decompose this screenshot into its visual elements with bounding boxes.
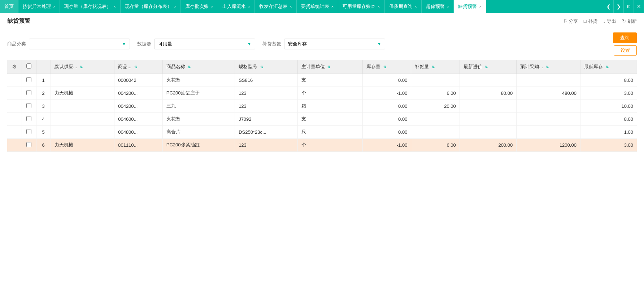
td-min-stock-5: 3.00 [580,138,637,151]
sort-replenish-icon: ⇅ [432,65,435,69]
replenish-base-value: 安全库存 [288,41,307,47]
th-code[interactable]: 商品... ⇅ [114,60,163,74]
th-stock[interactable]: 库存量 ⇅ [363,60,411,74]
th-min-stock[interactable]: 最低库存 ⇅ [580,60,637,74]
td-supplier-3 [51,112,114,125]
settings-button[interactable]: 设置 [614,45,637,56]
td-latest-price-2 [460,100,516,112]
select-all-checkbox[interactable] [26,63,31,69]
page-header: 缺货预警 ⎘ 分享 □ 补货 ↓ 导出 ↻ 刷新 [0,13,644,28]
td-check-2[interactable] [22,100,36,112]
td-check-5[interactable] [22,138,36,151]
nav-tab-exception[interactable]: 拣货异常处理 × [18,0,60,13]
table-row: 5 004800... 离合片 DS250*23c... 只 0.00 1.00 [7,125,637,138]
close-tab-inventory-status[interactable]: × [113,4,116,9]
refresh-button[interactable]: ↻ 刷新 [622,18,637,25]
td-seq-3: 4 [36,112,51,125]
th-spec[interactable]: 规格型号 ⇅ [235,60,297,74]
row-checkbox-3[interactable] [26,116,31,121]
nav-tab-overstock[interactable]: 超储预警 × [422,0,454,13]
datasource-label: 数据源 [137,41,151,47]
close-tab-available-ledger[interactable]: × [378,4,380,9]
category-filter-group: 商品分类 ▼ [7,39,130,49]
nav-tab-inout-flow[interactable]: 出入库流水 × [218,0,255,13]
close-tab-exception[interactable]: × [53,4,55,9]
nav-restore[interactable]: ⊡ [624,0,634,13]
export-button[interactable]: ↓ 导出 [603,18,617,25]
td-name-5: PC200张紧油缸 [162,138,235,151]
td-spec-0: SS816 [235,74,297,87]
category-label: 商品分类 [7,41,26,47]
nav-tab-inventory-dist[interactable]: 现存量（库存分布表） × [121,0,181,13]
nav-tab-expiry-query[interactable]: 保质期查询 × [385,0,422,13]
td-stock-2: 0.00 [363,100,411,112]
th-unit[interactable]: 主计量单位 ⇅ [297,60,363,74]
datasource-select[interactable]: 可用量 ▼ [154,39,255,49]
replenish-button[interactable]: □ 补货 [584,18,597,25]
query-button[interactable]: 查询 [613,32,637,43]
td-unit-3: 支 [297,112,363,125]
table-row: 4 004600... 火花塞 J7092 支 0.00 8.00 [7,112,637,125]
td-supplier-5: 力天机械 [51,138,114,151]
td-name-2: 三九 [162,100,235,112]
td-estimated-0 [517,74,580,87]
nav-tab-home[interactable]: 首页 [0,0,18,13]
nav-tab-inventory-status[interactable]: 现存量（库存状况表） × [60,0,120,13]
share-icon: ⎘ [564,18,567,24]
close-tab-inventory-dist[interactable]: × [174,4,176,9]
close-tab-inout-flow[interactable]: × [248,4,250,9]
row-checkbox-1[interactable] [26,90,31,95]
nav-tab-batch-account[interactable]: 库存批次账 × [181,0,218,13]
replenish-base-filter-group: 补货基数 安全库存 ▼ [262,39,385,49]
th-name[interactable]: 商品名称 ⇅ [162,60,235,74]
nav-close-all[interactable]: ✕ [634,0,644,13]
th-latest-price[interactable]: 最新进价 ⇅ [460,60,516,74]
td-estimated-5: 1200.00 [517,138,580,151]
close-tab-order-stats[interactable]: × [331,4,334,9]
td-gear-3 [7,112,22,125]
row-checkbox-4[interactable] [26,129,31,134]
close-tab-overstock[interactable]: × [447,4,449,9]
nav-tab-shortage[interactable]: 缺货预警 × [454,0,486,13]
nav-tab-available-ledger[interactable]: 可用量库存账本 × [338,0,384,13]
row-checkbox-0[interactable] [26,77,31,82]
td-replenish-0 [411,74,460,87]
th-gear[interactable]: ⚙ [7,60,22,74]
table-row: 3 004200... 三九 123 箱 0.00 20.00 10.00 [7,100,637,112]
th-estimated[interactable]: 预计采购... ⇅ [517,60,580,74]
header-actions: ⎘ 分享 □ 补货 ↓ 导出 ↻ 刷新 [564,18,637,25]
td-seq-5: 6 [36,138,51,151]
category-select[interactable]: ▼ [29,39,130,49]
td-replenish-4 [411,125,460,138]
sort-min-stock-icon: ⇅ [606,65,609,69]
td-unit-1: 个 [297,87,363,100]
replenish-base-label: 补货基数 [262,41,281,47]
th-checkbox[interactable] [22,60,36,74]
page-title: 缺货预警 [7,17,30,25]
td-supplier-4 [51,125,114,138]
close-tab-receive-summary[interactable]: × [290,4,292,9]
td-gear-5 [7,138,22,151]
share-button[interactable]: ⎘ 分享 [564,18,578,25]
nav-scroll-right[interactable]: ❯ [614,0,624,13]
td-latest-price-1: 80.00 [460,87,516,100]
close-tab-expiry-query[interactable]: × [415,4,417,9]
td-check-1[interactable] [22,87,36,100]
td-check-3[interactable] [22,112,36,125]
th-replenish[interactable]: 补货量 ⇅ [411,60,460,74]
td-check-0[interactable] [22,74,36,87]
th-supplier[interactable]: 默认供应... ⇅ [51,60,114,74]
nav-scroll-left[interactable]: ❮ [604,0,614,13]
td-replenish-5: 6.00 [411,138,460,151]
row-checkbox-5[interactable] [26,142,31,147]
close-tab-shortage[interactable]: × [479,4,481,9]
td-seq-1: 2 [36,87,51,100]
nav-tab-receive-summary[interactable]: 收发存汇总表 × [255,0,296,13]
row-checkbox-2[interactable] [26,103,31,108]
nav-tab-order-stats[interactable]: 要货单统计表 × [297,0,338,13]
td-replenish-3 [411,112,460,125]
replenish-base-select[interactable]: 安全库存 ▼ [284,39,385,49]
sort-estimated-icon: ⇅ [546,65,549,69]
td-check-4[interactable] [22,125,36,138]
close-tab-batch-account[interactable]: × [211,4,213,9]
